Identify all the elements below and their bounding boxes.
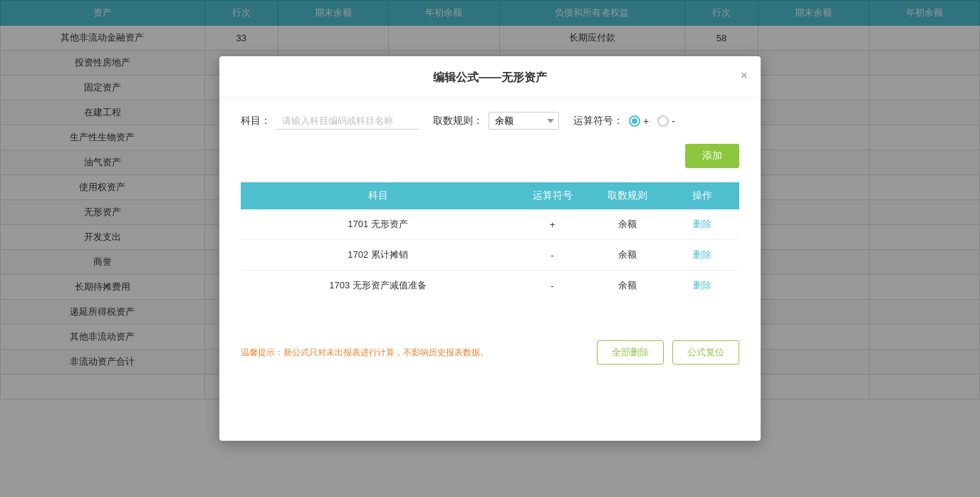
delete-row-button[interactable]: 删除 [693,279,711,292]
radio-circle-plus [629,115,640,127]
table-header-rule: 取数规则 [590,182,664,209]
table-header-action: 操作 [664,182,739,209]
delete-row-button[interactable]: 删除 [693,248,711,261]
operator-minus-label: - [672,115,675,127]
rule-select-wrapper: 余额借方贷方借方发生额贷方发生额 [489,112,559,130]
subject-group: 科目： [241,113,419,130]
modal-footer: 温馨提示：新公式只对未出报表进行计算，不影响历史报表数据。 全部删除 公式复位 [219,329,761,379]
formula-rule: 余额 [590,209,664,240]
delete-all-button[interactable]: 全部删除 [597,340,664,365]
formula-rule: 余额 [590,271,664,301]
formula-subject: 1701 无形资产 [241,209,515,240]
formula-table-row: 1703 无形资产减值准备-余额删除 [241,271,739,301]
operator-label: 运算符号： [573,115,623,127]
subject-label: 科目： [241,115,271,127]
table-header-subject: 科目 [241,182,515,209]
formula-rule: 余额 [590,240,664,271]
rule-group: 取数规则： 余额借方贷方借方发生额贷方发生额 [433,112,559,130]
reset-formula-button[interactable]: 公式复位 [672,340,739,365]
formula-action: 删除 [664,271,739,301]
operator-group: 运算符号： + - [573,115,675,127]
formula-table: 科目 运算符号 取数规则 操作 1701 无形资产+余额删除1702 累计摊销-… [241,182,739,300]
operator-radio-group: + - [629,115,675,127]
modal-close-button[interactable]: × [740,69,748,82]
modal-body: 科目： 取数规则： 余额借方贷方借方发生额贷方发生额 运算符号： + [219,98,761,329]
formula-table-row: 1702 累计摊销-余额删除 [241,240,739,271]
modal-overlay: 编辑公式——无形资产 × 科目： 取数规则： 余额借方贷方借方发生额贷方发生额 … [0,0,980,497]
add-button[interactable]: 添加 [685,144,739,168]
delete-row-button[interactable]: 删除 [693,218,711,231]
radio-circle-minus [657,115,669,127]
subject-input[interactable] [276,113,419,130]
tip-text: 温馨提示：新公式只对未出报表进行计算，不影响历史报表数据。 [241,347,489,359]
formula-operator: + [515,209,590,240]
table-header-operator: 运算符号 [515,182,590,209]
operator-plus-radio[interactable]: + [629,115,649,127]
formula-operator: - [515,271,590,301]
operator-minus-radio[interactable]: - [657,115,675,127]
formula-action: 删除 [664,240,739,271]
operator-plus-label: + [643,115,649,127]
modal-title: 编辑公式——无形资产 [433,71,547,83]
rule-select[interactable]: 余额借方贷方借方发生额贷方发生额 [489,112,559,130]
formula-action: 删除 [664,209,739,240]
rule-label: 取数规则： [433,115,483,127]
formula-table-row: 1701 无形资产+余额删除 [241,209,739,240]
footer-buttons: 全部删除 公式复位 [597,340,739,365]
formula-subject: 1702 累计摊销 [241,240,515,271]
formula-operator: - [515,240,590,271]
edit-formula-modal: 编辑公式——无形资产 × 科目： 取数规则： 余额借方贷方借方发生额贷方发生额 … [219,56,761,441]
formula-subject: 1703 无形资产减值准备 [241,271,515,301]
form-row: 科目： 取数规则： 余额借方贷方借方发生额贷方发生额 运算符号： + [241,112,739,168]
modal-header: 编辑公式——无形资产 × [219,56,761,98]
